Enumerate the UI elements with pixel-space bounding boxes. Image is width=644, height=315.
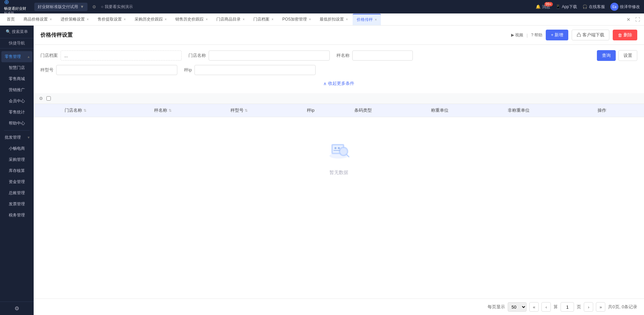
sidebar-item-help[interactable]: 帮助中心 bbox=[1, 118, 32, 129]
close-icon[interactable]: × bbox=[375, 18, 377, 22]
first-page-button[interactable]: « bbox=[529, 302, 539, 312]
close-tab-button[interactable]: ✕ bbox=[625, 15, 632, 24]
tab-store-catalog[interactable]: 门店商品目录 × bbox=[212, 14, 249, 25]
sidebar-section: 零售管理 ▲ 智慧门店 零售商城 营销推广 会员中心 零售统计 帮助中心 bbox=[0, 48, 34, 223]
sidebar-item-finance[interactable]: 资金管理 bbox=[1, 176, 32, 187]
settings-btn[interactable]: 设置 bbox=[618, 50, 637, 61]
tab-home[interactable]: 首页 bbox=[3, 14, 19, 25]
th-scale-model[interactable]: 秤型号 bbox=[226, 104, 303, 117]
maximize-button[interactable]: ⛶ bbox=[634, 15, 641, 24]
prev-page-button[interactable]: ‹ bbox=[541, 302, 551, 312]
sidebar-item-retail-stats[interactable]: 零售统计 bbox=[1, 107, 32, 118]
delete-button[interactable]: 🗑 删除 bbox=[613, 30, 637, 40]
messages-button[interactable]: 🔔 消息 99+ bbox=[536, 4, 550, 10]
scale-model-input[interactable] bbox=[56, 65, 177, 75]
th-store-name[interactable]: 门店名称 bbox=[61, 104, 150, 117]
store-archive-label: 门店档案 bbox=[40, 53, 58, 59]
close-icon[interactable]: × bbox=[346, 18, 348, 21]
tab-price-scale[interactable]: 价格传秤 × bbox=[353, 14, 381, 25]
main-layout: 🔍 搜索菜单 快捷导航 零售管理 ▲ 智慧门店 零售商城 营销推广 会员中心 bbox=[0, 26, 644, 315]
page-header-actions: ▶ 视频 | ? 帮助 + 新增 凸 客户端下载 🗑 删除 bbox=[511, 30, 637, 40]
help-link[interactable]: ? 帮助 bbox=[531, 32, 542, 38]
last-icon: » bbox=[600, 305, 602, 310]
empty-state: 暂无数据 bbox=[34, 117, 644, 196]
th-checkbox bbox=[47, 104, 61, 117]
store-name-input[interactable] bbox=[209, 50, 330, 61]
topbar-right: 🔔 消息 99+ 📱 App下载 🎧 在线客服 Ea 徐泽华修改 bbox=[536, 3, 640, 11]
headset-icon: 🎧 bbox=[582, 4, 587, 9]
query-button[interactable]: 查询 bbox=[597, 50, 616, 61]
page-header: 价格传秤设置 ▶ 视频 | ? 帮助 + 新增 凸 客户端下载 🗑 删除 bbox=[34, 26, 644, 45]
scale-ip-input[interactable] bbox=[194, 65, 316, 75]
pagination: 每页显示 50 20 100 « ‹ 算 页 › » 共0页, 0条记录 bbox=[34, 299, 644, 315]
tab-min-discount[interactable]: 最低折扣设置 × bbox=[316, 14, 352, 25]
tab-sale-price[interactable]: 售价提取设置 × bbox=[94, 14, 130, 25]
top-bar: ⊕ 畅捷通好业财 标准版 好业财标准版交付试用 ▼ ⚙ ○ 我要看实例演示 🔔 … bbox=[0, 0, 644, 13]
close-icon[interactable]: × bbox=[272, 18, 274, 21]
store-archive-input[interactable] bbox=[61, 50, 182, 61]
close-icon[interactable]: × bbox=[124, 18, 126, 21]
close-icon[interactable]: × bbox=[243, 18, 245, 21]
th-non-weight-unit: 非称重单位 bbox=[504, 104, 594, 117]
first-icon: « bbox=[533, 305, 535, 310]
sidebar-item-invoice[interactable]: 发票管理 bbox=[1, 199, 32, 210]
sidebar-item-general-ledger[interactable]: 总账管理 bbox=[1, 187, 32, 199]
settings-icon[interactable]: ⚙ bbox=[91, 3, 98, 11]
tab-product-price[interactable]: 商品价格设置 × bbox=[20, 14, 56, 25]
sidebar-bottom: ⚙ bbox=[0, 302, 34, 315]
next-icon: › bbox=[588, 305, 589, 310]
app-download-button[interactable]: 📱 App下载 bbox=[556, 4, 577, 10]
demo-link[interactable]: ○ 我要看实例演示 bbox=[101, 4, 133, 10]
tab-purchase-history[interactable]: 采购历史价跟踪 × bbox=[131, 14, 171, 25]
scale-name-input[interactable] bbox=[352, 50, 413, 61]
online-service-button[interactable]: 🎧 在线客服 bbox=[582, 4, 605, 10]
close-icon[interactable]: × bbox=[309, 18, 311, 21]
th-scale-ip: 秤ip bbox=[303, 104, 350, 117]
sidebar-item-member[interactable]: 会员中心 bbox=[1, 96, 32, 107]
select-all-checkbox[interactable] bbox=[46, 96, 51, 101]
video-link[interactable]: ▶ 视频 bbox=[511, 32, 523, 38]
gear-icon[interactable]: ⚙ bbox=[14, 305, 19, 312]
chevron-up-icon: ▲ bbox=[27, 55, 30, 59]
messages-badge: 99+ bbox=[544, 2, 553, 6]
next-page-button[interactable]: › bbox=[584, 302, 593, 312]
page-input[interactable] bbox=[561, 302, 574, 312]
tab-purchase-strategy[interactable]: 进价策略设置 × bbox=[57, 14, 93, 25]
sidebar-item-tax[interactable]: 税务管理 bbox=[1, 210, 32, 221]
version-label: 好业财标准版交付试用 bbox=[38, 4, 78, 10]
scale-ip-label: 秤ip bbox=[184, 67, 192, 73]
th-scale-name[interactable]: 秤名称 bbox=[150, 104, 226, 117]
th-barcode-type: 条码类型 bbox=[350, 104, 427, 117]
sidebar-nav[interactable]: 快捷导航 bbox=[0, 38, 34, 48]
sidebar-item-smart-store[interactable]: 智慧门店 bbox=[1, 62, 32, 73]
user-menu[interactable]: Ea 徐泽华修改 bbox=[610, 3, 640, 11]
last-page-button[interactable]: » bbox=[596, 302, 605, 312]
sidebar-item-purchase[interactable]: 采购管理 bbox=[1, 154, 32, 165]
close-icon[interactable]: × bbox=[165, 18, 167, 21]
collapse-button[interactable]: ∧ 收起更多条件 bbox=[40, 79, 637, 88]
tab-pos-encrypt[interactable]: POS加密管理 × bbox=[278, 14, 315, 25]
sidebar-item-wholesale[interactable]: 批发管理 ▼ bbox=[1, 132, 32, 143]
close-icon[interactable]: × bbox=[50, 18, 52, 21]
sidebar-item-ecommerce[interactable]: 小畅电商 bbox=[1, 143, 32, 154]
version-selector[interactable]: 好业财标准版交付试用 ▼ bbox=[34, 3, 87, 11]
scale-name-label: 秤名称 bbox=[336, 53, 350, 59]
form-row-1: 门店档案 门店名称 秤名称 查询 设置 bbox=[40, 50, 637, 61]
scale-name-item: 秤名称 bbox=[336, 50, 413, 61]
data-table: 门店名称 秤名称 秤型号 秤ip bbox=[34, 104, 644, 117]
sidebar-search[interactable]: 🔍 搜索菜单 bbox=[0, 26, 34, 38]
per-page-label: 每页显示 bbox=[488, 304, 505, 310]
add-button[interactable]: + 新增 bbox=[546, 30, 568, 40]
column-settings-icon[interactable]: ⚙ bbox=[39, 96, 43, 101]
tab-store-archive[interactable]: 门店档案 × bbox=[249, 14, 278, 25]
download-button[interactable]: 凸 客户端下载 bbox=[572, 30, 609, 40]
sidebar-item-retail[interactable]: 零售管理 ▲ bbox=[1, 51, 32, 62]
sidebar-item-retail-mall[interactable]: 零售商城 bbox=[1, 73, 32, 84]
per-page-select[interactable]: 50 20 100 bbox=[508, 302, 527, 312]
sidebar-item-inventory[interactable]: 库存核算 bbox=[1, 165, 32, 176]
close-icon[interactable]: × bbox=[87, 18, 89, 21]
tab-sales-history[interactable]: 销售历史价跟踪 × bbox=[171, 14, 212, 25]
sidebar-item-marketing[interactable]: 营销推广 bbox=[1, 84, 32, 96]
close-icon[interactable]: × bbox=[206, 18, 208, 21]
store-name-item: 门店名称 bbox=[188, 50, 330, 61]
